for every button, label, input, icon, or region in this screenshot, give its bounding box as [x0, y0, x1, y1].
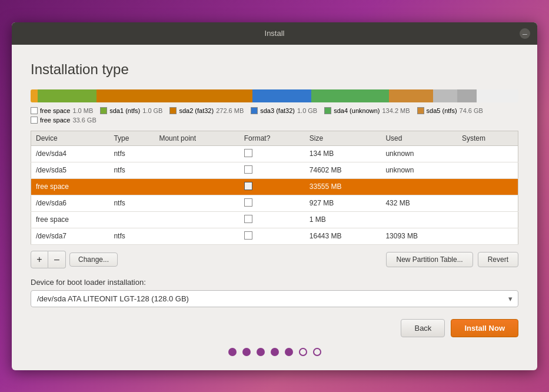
- legend-size-4: 134.2 MB: [382, 107, 410, 114]
- col-device: Device: [31, 131, 109, 145]
- format-checkbox[interactable]: [244, 198, 252, 207]
- cell-mount: [154, 178, 239, 195]
- cell-format[interactable]: [239, 162, 305, 178]
- boot-loader-select[interactable]: /dev/sda ATA LITEONIT LGT-128 (128.0 GB): [31, 290, 518, 307]
- table-row[interactable]: /dev/sda6ntfs927 MB432 MB: [31, 195, 518, 211]
- partition-table: Device Type Mount point Format? Size Use…: [31, 131, 518, 245]
- col-mount: Mount point: [154, 131, 239, 145]
- cell-used: 13093 MB: [381, 228, 457, 244]
- minimize-button[interactable]: –: [520, 28, 530, 39]
- cell-type: ntfs: [109, 145, 154, 162]
- disk-segment-2: [97, 89, 252, 102]
- progress-dot-4: [285, 348, 293, 356]
- table-row[interactable]: /dev/sda5ntfs74602 MBunknown: [31, 162, 518, 178]
- back-button[interactable]: Back: [401, 319, 445, 337]
- cell-format[interactable]: [239, 211, 305, 228]
- cell-mount: [154, 228, 239, 244]
- install-now-button[interactable]: Install Now: [451, 319, 518, 337]
- legend-color-2: [169, 107, 177, 114]
- partition-toolbar: + – Change... New Partition Table... Rev…: [31, 251, 518, 268]
- disk-segment-8: [477, 89, 518, 102]
- legend-item-2: sda2 (fat32)272.6 MB: [169, 107, 244, 114]
- cell-system: [457, 178, 518, 195]
- cell-size: 927 MB: [305, 195, 381, 211]
- table-row[interactable]: /dev/sda7ntfs16443 MB13093 MB: [31, 228, 518, 244]
- cell-device: /dev/sda5: [31, 162, 109, 178]
- table-row[interactable]: free space1 MB: [31, 211, 518, 228]
- cell-size: 16443 MB: [305, 228, 381, 244]
- cell-system: [457, 195, 518, 211]
- progress-dots: [31, 348, 518, 356]
- legend-color-6: [31, 117, 38, 124]
- disk-legend: free space1.0 MBsda1 (ntfs)1.0 GBsda2 (f…: [31, 107, 518, 124]
- cell-format[interactable]: [239, 195, 305, 211]
- cell-size: 74602 MB: [305, 162, 381, 178]
- legend-color-3: [251, 107, 258, 114]
- cell-size: 33555 MB: [305, 178, 381, 195]
- col-format: Format?: [239, 131, 305, 145]
- cell-type: [109, 211, 154, 228]
- legend-color-5: [417, 107, 424, 114]
- legend-label-1: sda1 (ntfs): [109, 107, 140, 114]
- legend-label-3: sda3 (fat32): [260, 107, 295, 114]
- disk-segment-0: [31, 89, 38, 102]
- legend-color-4: [324, 107, 331, 114]
- boot-loader-selector[interactable]: /dev/sda ATA LITEONIT LGT-128 (128.0 GB): [31, 290, 518, 307]
- table-row[interactable]: free space33555 MB: [31, 178, 518, 195]
- new-partition-table-button[interactable]: New Partition Table...: [386, 252, 473, 267]
- content-area: Installation type free space1.0 MBsda1 (…: [12, 45, 537, 370]
- cell-mount: [154, 145, 239, 162]
- cell-system: [457, 162, 518, 178]
- legend-color-0: [31, 107, 38, 114]
- main-window: Install – Installation type free space1.…: [12, 22, 537, 370]
- cell-system: [457, 145, 518, 162]
- legend-label-4: sda4 (unknown): [334, 107, 380, 114]
- legend-size-1: 1.0 GB: [142, 107, 162, 114]
- legend-size-3: 1.0 GB: [297, 107, 317, 114]
- col-type: Type: [109, 131, 154, 145]
- format-checkbox[interactable]: [244, 215, 252, 223]
- disk-bar: [31, 89, 518, 102]
- disk-segment-3: [252, 89, 311, 102]
- cell-mount: [154, 195, 239, 211]
- cell-device: /dev/sda6: [31, 195, 109, 211]
- table-row[interactable]: /dev/sda4ntfs134 MBunknown: [31, 145, 518, 162]
- cell-format[interactable]: [239, 228, 305, 244]
- table-header-row: Device Type Mount point Format? Size Use…: [31, 131, 518, 145]
- right-toolbar-buttons: New Partition Table... Revert: [386, 252, 518, 267]
- col-size: Size: [305, 131, 381, 145]
- window-title: Install: [265, 29, 285, 38]
- legend-item-6: free space33.6 GB: [31, 117, 97, 124]
- cell-device: /dev/sda7: [31, 228, 109, 244]
- legend-label-2: sda2 (fat32): [179, 107, 214, 114]
- disk-segment-4: [311, 89, 390, 102]
- legend-size-0: 1.0 MB: [72, 107, 93, 114]
- boot-loader-label: Device for boot loader installation:: [31, 278, 518, 287]
- format-checkbox[interactable]: [244, 182, 252, 190]
- navigation-area: Back Install Now: [31, 319, 518, 337]
- format-checkbox[interactable]: [244, 165, 252, 174]
- cell-used: 432 MB: [381, 195, 457, 211]
- cell-used: unknown: [381, 145, 457, 162]
- disk-segment-1: [38, 89, 96, 102]
- cell-format[interactable]: [239, 178, 305, 195]
- legend-color-1: [100, 107, 107, 114]
- page-title: Installation type: [31, 61, 518, 78]
- titlebar: Install –: [12, 22, 537, 45]
- remove-partition-button[interactable]: –: [48, 251, 66, 268]
- format-checkbox[interactable]: [244, 149, 252, 157]
- cell-mount: [154, 162, 239, 178]
- legend-size-6: 33.6 GB: [72, 117, 96, 124]
- revert-button[interactable]: Revert: [478, 252, 518, 267]
- add-partition-button[interactable]: +: [31, 251, 48, 268]
- cell-type: ntfs: [109, 162, 154, 178]
- change-partition-button[interactable]: Change...: [69, 253, 118, 267]
- disk-segment-5: [389, 89, 433, 102]
- legend-item-5: sda5 (ntfs)74.6 GB: [417, 107, 483, 114]
- cell-type: ntfs: [109, 195, 154, 211]
- progress-dot-1: [242, 348, 251, 356]
- cell-format[interactable]: [239, 145, 305, 162]
- format-checkbox[interactable]: [244, 231, 252, 240]
- legend-item-1: sda1 (ntfs)1.0 GB: [100, 107, 162, 114]
- cell-type: [109, 178, 154, 195]
